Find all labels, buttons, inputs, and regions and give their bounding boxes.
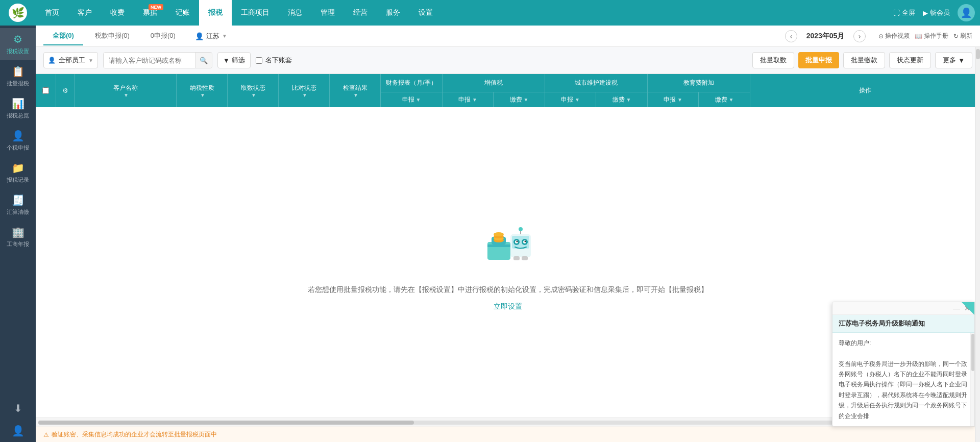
- empty-description: 若您想使用批量报税功能，请先在【报税设置】中进行报税的初始化设置，完成密码验证和…: [308, 285, 708, 294]
- nav-service[interactable]: 服务: [377, 0, 409, 26]
- search-box: 🔍: [103, 52, 212, 68]
- sidebar-item-personal-tax[interactable]: 👤 个税申报: [0, 125, 36, 157]
- video-icon: ⊙: [878, 33, 884, 40]
- period-next-button[interactable]: ›: [853, 30, 866, 42]
- filter-icon: ▼: [223, 57, 230, 64]
- annual-report-icon: 🏢: [12, 226, 24, 238]
- sidebar-item-tax-records[interactable]: 📁 报税记录: [0, 157, 36, 189]
- notification-header: 江苏电子税务局升级影响通知: [832, 315, 974, 333]
- nav-customer[interactable]: 客户: [68, 0, 101, 26]
- nav-items: 首页 客户 收费 票据 NEW 记账 报税 工商项目 消息 管理 经营 服务 设…: [36, 0, 893, 26]
- employee-filter-select[interactable]: 👤 全部员工 ▼: [43, 52, 98, 68]
- region-selector[interactable]: 👤 江苏 ▼: [195, 32, 227, 41]
- sidebar-item-tax-settings[interactable]: ⚙ 报税设置: [0, 28, 36, 60]
- sidebar-bottom: ⬇ 👤: [0, 397, 36, 442]
- nav-operation[interactable]: 经营: [344, 0, 377, 26]
- header-settings-cell[interactable]: ⚙: [56, 74, 75, 107]
- scroll-thumb[interactable]: [38, 421, 414, 425]
- sidebar-item-settlement[interactable]: 🧾 汇算清缴: [0, 189, 36, 221]
- search-input[interactable]: [104, 53, 195, 68]
- notif-scroll-thumb[interactable]: [971, 334, 974, 371]
- tab-bar: 全部(0) 税款申报(0) 0申报(0) 👤 江苏 ▼ ‹ 2023年05月 ›…: [36, 26, 980, 47]
- batch-fetch-button[interactable]: 批量取数: [752, 52, 794, 68]
- nav-home[interactable]: 首页: [36, 0, 68, 26]
- edu-group-bottom: 申报 ▼ 缴费 ▼: [648, 92, 750, 107]
- batch-declare-button[interactable]: 批量申报: [798, 52, 839, 68]
- sidebar-item-annual-report[interactable]: 🏢 工商年报: [0, 221, 36, 253]
- notification-title: 江苏电子税务局升级影响通知: [839, 319, 925, 328]
- nav-settings[interactable]: 设置: [409, 0, 442, 26]
- svg-point-13: [517, 240, 518, 242]
- tax-overview-icon: 📊: [12, 97, 24, 110]
- logo: 🌿: [5, 0, 31, 26]
- refresh-button[interactable]: ↻ 刷新: [953, 32, 972, 40]
- employee-select-chevron: ▼: [88, 58, 93, 63]
- settlement-icon: 🧾: [12, 194, 24, 206]
- header-client-name: 客户名称 ▼: [75, 74, 177, 107]
- member-icon: ▶: [923, 9, 928, 17]
- tab-all[interactable]: 全部(0): [43, 27, 83, 45]
- sidebar-item-tax-overview[interactable]: 📊 报税总览: [0, 92, 36, 125]
- right-scrollbar[interactable]: [975, 47, 980, 442]
- nav-business[interactable]: 工商项目: [232, 0, 279, 26]
- tab-tax-declare[interactable]: 税款申报(0): [86, 27, 139, 45]
- header-check-result: 检查结果 ▼: [330, 74, 381, 107]
- sidebar-item-user[interactable]: 👤: [0, 420, 36, 442]
- svg-rect-18: [522, 256, 528, 260]
- header-operations: 操作: [750, 74, 980, 107]
- fetch-status-filter-icon: ▼: [251, 92, 256, 98]
- fullscreen-button[interactable]: ⛶ 全屏: [893, 8, 915, 17]
- sidebar-item-batch-tax[interactable]: 📋 批量报税: [0, 60, 36, 92]
- urban-declare-header: 申报 ▼: [545, 92, 596, 107]
- account-checkbox[interactable]: [256, 57, 262, 64]
- setup-link[interactable]: 立即设置: [494, 302, 522, 311]
- sidebar-item-download[interactable]: ⬇: [0, 397, 36, 420]
- period-navigator: ‹ 2023年05月 ›: [785, 30, 866, 42]
- search-button[interactable]: 🔍: [195, 53, 212, 68]
- notif-scrollbar[interactable]: [970, 333, 974, 426]
- notification-body: 尊敬的用户: 受当前电子税务局进一步升级的影响，同一个政务网账号（办税人）名下的…: [832, 333, 974, 426]
- select-all-checkbox[interactable]: [42, 87, 49, 94]
- edu-group-title: 教育费附加: [648, 74, 750, 92]
- filter-button[interactable]: ▼ 筛选: [217, 52, 251, 68]
- svg-point-16: [519, 227, 523, 231]
- nav-tax[interactable]: 报税: [199, 0, 232, 26]
- tax-type-filter-icon: ▼: [200, 92, 205, 98]
- batch-tax-icon: 📋: [12, 65, 24, 78]
- toolbar-right: 批量取数 批量申报 批量缴款 状态更新 更多 ▼: [752, 52, 972, 68]
- more-button[interactable]: 更多 ▼: [935, 52, 972, 68]
- account-checkbox-label[interactable]: 名下账套: [256, 56, 292, 65]
- financial-group-bottom: 申报 ▼: [381, 92, 442, 107]
- region-chevron-icon: ▼: [222, 33, 227, 39]
- manual-icon: 📖: [915, 33, 922, 40]
- more-chevron-icon: ▼: [958, 57, 965, 64]
- svg-point-14: [525, 240, 526, 242]
- period-prev-button[interactable]: ‹: [785, 30, 797, 42]
- financial-group-title: 财务报表（月/季）: [381, 74, 442, 92]
- nav-charge[interactable]: 收费: [101, 0, 134, 26]
- status-update-button[interactable]: 状态更新: [889, 52, 931, 68]
- header-edu-group: 教育费附加 申报 ▼ 缴费 ▼: [648, 74, 750, 107]
- region-icon: 👤: [195, 32, 204, 40]
- nav-message[interactable]: 消息: [279, 0, 311, 26]
- notif-controls: — ✕: [832, 302, 974, 315]
- batch-pay-button[interactable]: 批量缴款: [843, 52, 885, 68]
- avatar[interactable]: 👤: [958, 4, 975, 21]
- operation-manual-link[interactable]: 📖 操作手册: [915, 32, 948, 40]
- operation-video-link[interactable]: ⊙ 操作视频: [878, 32, 910, 40]
- nav-manage[interactable]: 管理: [311, 0, 344, 26]
- nav-accounting[interactable]: 记账: [166, 0, 199, 26]
- urban-pay-header: 缴费 ▼: [596, 92, 647, 107]
- notif-corner-decoration: [962, 302, 974, 315]
- header-fetch-status: 取数状态 ▼: [228, 74, 279, 107]
- status-text: 验证账密、采集信息均成功的企业才会流转至批量报税页面中: [52, 430, 217, 439]
- user-filter-icon: 👤: [48, 57, 56, 64]
- logo-icon: 🌿: [12, 7, 24, 19]
- nav-invoice[interactable]: 票据 NEW: [134, 0, 166, 26]
- check-result-filter-icon: ▼: [353, 92, 358, 98]
- notif-minimize-button[interactable]: —: [953, 304, 960, 312]
- right-scroll-thumb[interactable]: [976, 49, 980, 59]
- invoice-badge: NEW: [149, 4, 163, 10]
- tab-zero-declare[interactable]: 0申报(0): [141, 27, 185, 45]
- member-button[interactable]: ▶ 畅会员: [923, 8, 950, 17]
